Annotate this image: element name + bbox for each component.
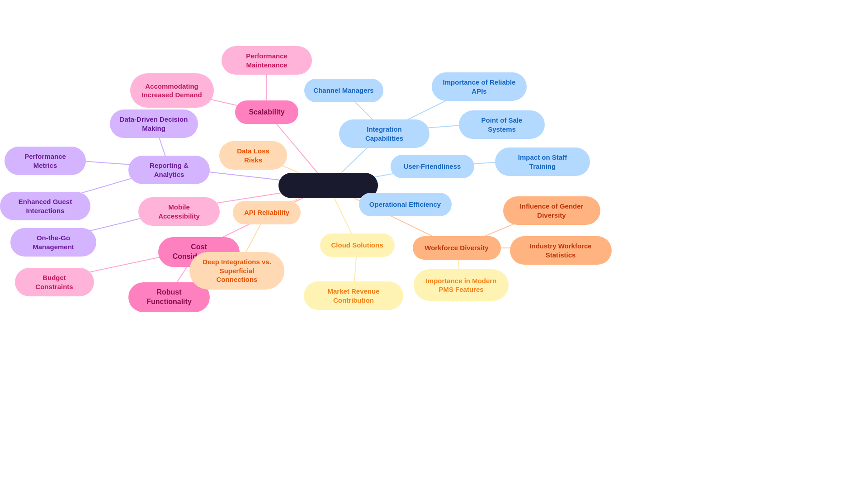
perf-maintenance-node[interactable]: Performance Maintenance — [222, 46, 312, 75]
robust-node[interactable]: Robust Functionality — [128, 282, 210, 312]
data-loss-node[interactable]: Data Loss Risks — [219, 141, 287, 170]
market-revenue-node[interactable]: Market Revenue Contribution — [304, 281, 403, 310]
api-reliability-node[interactable]: API Reliability — [233, 201, 301, 224]
deep-integrations-node[interactable]: Deep Integrations vs. Superficial Connec… — [189, 252, 284, 290]
user-friendliness-node[interactable]: User-Friendliness — [391, 155, 474, 178]
integration-node[interactable]: Integration Capabilities — [339, 119, 429, 148]
operational-node[interactable]: Operational Efficiency — [359, 193, 452, 216]
industry-workforce-node[interactable]: Industry Workforce Statistics — [510, 236, 612, 265]
on-the-go-node[interactable]: On-the-Go Management — [10, 228, 96, 257]
center-node[interactable] — [278, 173, 378, 198]
enhanced-guest-node[interactable]: Enhanced Guest Interactions — [0, 192, 90, 220]
reporting-node[interactable]: Reporting & Analytics — [128, 156, 210, 184]
impact-staff-node[interactable]: Impact on Staff Training — [495, 147, 590, 176]
scalability-node[interactable]: Scalability — [235, 100, 298, 124]
importance-modern-node[interactable]: Importance in Modern PMS Features — [414, 269, 509, 301]
influence-gender-node[interactable]: Influence of Gender Diversity — [503, 196, 600, 225]
budget-node[interactable]: Budget Constraints — [15, 268, 94, 296]
importance-apis-node[interactable]: Importance of Reliable APIs — [432, 72, 527, 101]
mobile-node[interactable]: Mobile Accessibility — [138, 197, 220, 226]
data-driven-node[interactable]: Data-Driven Decision Making — [110, 109, 198, 138]
perf-metrics-node[interactable]: Performance Metrics — [5, 147, 86, 175]
workforce-node[interactable]: Workforce Diversity — [413, 236, 501, 260]
channel-managers-node[interactable]: Channel Managers — [304, 79, 383, 102]
pos-node[interactable]: Point of Sale Systems — [459, 110, 545, 139]
cloud-node[interactable]: Cloud Solutions — [320, 233, 395, 257]
accommodating-node[interactable]: Accommodating Increased Demand — [130, 73, 214, 108]
